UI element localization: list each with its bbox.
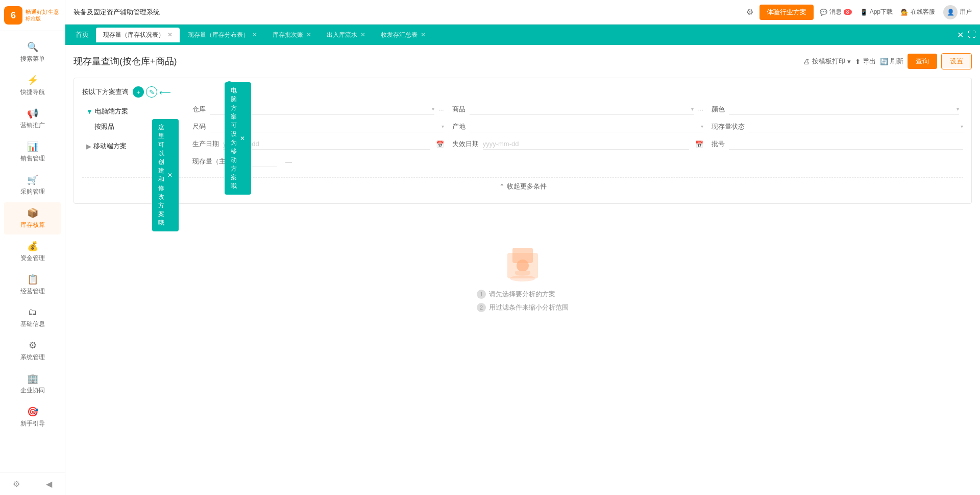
export-button[interactable]: ⬆ 导出 [855,57,876,66]
edit-scheme-button[interactable]: ✎ [146,86,157,98]
svg-point-2 [517,260,529,272]
sidebar-item-operation[interactable]: 📋 经营管理 [4,269,61,301]
more-icon[interactable]: ··· [698,106,703,113]
tab-close-icon[interactable]: ✕ [360,31,365,38]
produce-date-input-wrap [223,138,430,150]
sidebar: 6 畅通好好生意 标准版 🔍 搜索菜单 ⚡ 快捷导航 📢 营销推广 📊 销售管理… [0,0,65,495]
user-label: 用户 [960,8,972,16]
sidebar-item-label: 系统管理 [20,353,45,362]
svg-point-4 [510,275,535,281]
marketing-icon: 📢 [27,108,38,119]
batch-input[interactable] [729,140,963,148]
goods-select-wrap [470,104,694,115]
sidebar-item-finance[interactable]: 💰 资金管理 [4,235,61,268]
tab-close-icon[interactable]: ✕ [306,31,311,38]
tab-label: 收发存汇总表 [381,31,418,39]
stock-status-label: 现存量状态 [712,122,745,131]
batch-input-wrap [729,138,963,150]
sidebar-item-label: 新手引导 [20,419,45,428]
bottom-settings-icon[interactable]: ⚙ [13,479,20,489]
tab-close-icon[interactable]: ✕ [167,31,173,38]
message-badge: 8 [844,9,852,15]
sidebar-item-marketing[interactable]: 📢 营销推广 [4,103,61,135]
trial-button[interactable]: 体验行业方案 [760,5,814,20]
tab-close-icon[interactable]: ✕ [252,31,257,38]
calendar-icon[interactable]: 📅 [436,140,444,148]
online-support-button[interactable]: 💁 在线客服 [901,8,935,16]
expire-date-input[interactable] [483,140,690,148]
page-title-bar: 现存量查询(按仓库+商品) 🖨 按模板打印 ▾ ⬆ 导出 🔄 刷新 查询 设置 [74,53,972,69]
search-icon: 🔍 [27,41,38,53]
sidebar-item-label: 销售管理 [20,154,45,163]
scheme-sub-label: 按照品 [94,122,114,131]
settings-button[interactable]: 设置 [941,53,972,69]
sidebar-item-system[interactable]: ⚙ 系统管理 [4,335,61,367]
produce-date-input[interactable] [223,140,430,148]
avatar: 👤 [943,5,958,19]
tooltip-close-icon[interactable]: ✕ [167,172,173,179]
stock-status-select[interactable] [749,123,963,130]
sidebar-item-purchase[interactable]: 🛒 采购管理 [4,169,61,201]
sidebar-item-enterprise[interactable]: 🏢 企业协同 [4,368,61,400]
sidebar-item-label: 基础信息 [20,320,45,328]
scheme-item-pc[interactable]: ▼ 电脑端方案 [82,104,178,119]
sales-icon: 📊 [27,141,38,152]
color-select[interactable] [729,105,959,113]
page-content: 现存量查询(按仓库+商品) 🖨 按模板打印 ▾ ⬆ 导出 🔄 刷新 查询 设置 [65,45,980,495]
sidebar-item-basic[interactable]: 🗂 基础信息 [4,302,61,334]
range-dash: — [285,158,292,166]
page-title: 现存量查询(按仓库+商品) [74,55,177,67]
user-menu[interactable]: 👤 用户 [943,5,972,19]
add-scheme-button[interactable]: + [133,86,144,98]
chevron-down-icon: ▾ [847,58,851,65]
app-download-button[interactable]: 📱 App下载 [860,8,893,16]
batch-label: 批号 [712,139,725,149]
operation-icon: 📋 [27,274,38,285]
tab-in-out-flow[interactable]: 出入库流水 ✕ [320,28,373,42]
message-icon: 💬 [820,9,827,16]
print-button[interactable]: 🖨 按模板打印 ▾ [803,57,851,66]
sidebar-item-guide[interactable]: 🎯 新手引导 [4,401,61,433]
sidebar-item-inventory[interactable]: 📦 库存核算 [4,202,61,234]
sidebar-item-search[interactable]: 🔍 搜索菜单 [4,36,61,68]
tab-close-icon[interactable]: ✕ [421,31,426,38]
sidebar-bottom: ⚙ ◀ [0,473,65,495]
tab-label: 现存量（库存分布表） [188,31,249,39]
tab-inventory-dist[interactable]: 现存量（库存分布表） ✕ [181,28,264,42]
tab-batch-ledger[interactable]: 库存批次账 ✕ [265,28,318,42]
back-button[interactable]: ⟵ [159,86,170,98]
messages-button[interactable]: 💬 消息 8 [820,8,852,16]
filter-row-1: 仓库 ··· 商品 [192,104,963,115]
tab-inventory-status[interactable]: 现存量（库存状况表） ✕ [96,28,180,42]
more-icon[interactable]: ··· [438,106,444,113]
tab-home[interactable]: 首页 [69,27,95,42]
query-header: 按以下方案查询 + ✎ ⟵ [82,86,963,98]
export-icon: ⬆ [855,58,861,65]
filter-color: 颜色 [712,104,963,115]
sidebar-item-label: 搜索菜单 [20,55,45,63]
tab-close-all-icon[interactable]: ✕ [957,30,964,40]
calendar-icon[interactable]: 📅 [695,140,703,148]
finance-icon: 💰 [27,241,38,252]
warehouse-label: 仓库 [192,105,206,114]
sidebar-item-quick[interactable]: ⚡ 快捷导航 [4,69,61,102]
refresh-button[interactable]: 🔄 刷新 [880,57,903,66]
query-button[interactable]: 查询 [908,54,937,69]
sidebar-collapse-icon[interactable]: ◀ [46,479,52,489]
origin-select[interactable] [470,123,704,130]
filter-stock-status: 现存量状态 [712,121,963,132]
sidebar-item-sales[interactable]: 📊 销售管理 [4,136,61,168]
tooltip-close-icon[interactable]: ✕ [240,135,245,142]
tab-recv-summary[interactable]: 收发存汇总表 ✕ [374,28,433,42]
collapse-more-button[interactable]: ⌃ 收起更多条件 [82,177,963,195]
support-label: 在线客服 [911,8,935,16]
filter-row-2: 尺码 产地 [192,121,963,132]
tab-maximize-icon[interactable]: ⛶ [968,30,976,40]
tab-label: 出入库流水 [327,31,357,39]
step-1-num: 1 [477,290,486,299]
page-actions: 🖨 按模板打印 ▾ ⬆ 导出 🔄 刷新 查询 设置 [803,53,972,69]
header-settings-icon[interactable]: ⚙ [746,7,753,17]
sidebar-item-label: 资金管理 [20,254,45,263]
goods-select[interactable] [470,105,694,113]
inventory-icon: 📦 [27,207,38,219]
